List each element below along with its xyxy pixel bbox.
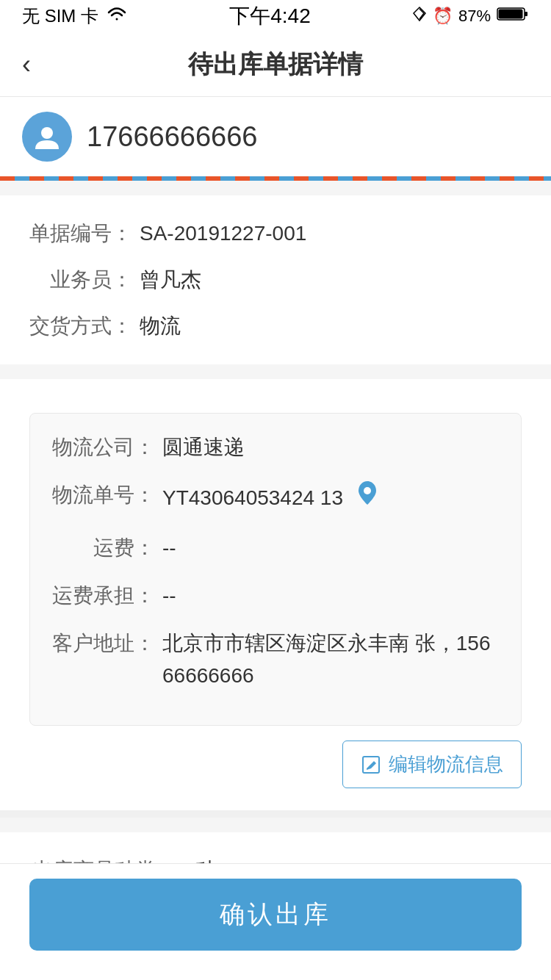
page-title: 待出库单据详情 [188, 48, 363, 82]
status-right: ⏰ 87% [412, 6, 529, 26]
address-label: 客户地址： [52, 627, 155, 660]
company-label: 物流公司： [52, 431, 155, 464]
dashed-divider [0, 176, 551, 181]
doc-number-label: 单据编号： [29, 217, 132, 251]
address-row: 客户地址： 北京市市辖区海淀区永丰南 张，156 66666666 [52, 627, 499, 693]
agent-value: 曾凡杰 [140, 264, 522, 297]
battery-text: 87% [458, 7, 491, 26]
back-button[interactable]: ‹ [22, 42, 46, 87]
phone-number: 17666666666 [87, 121, 257, 153]
tracking-value: YT43064053424 13 [162, 482, 343, 515]
avatar [22, 112, 72, 162]
edit-btn-label: 编辑物流信息 [389, 752, 503, 777]
section-separator [0, 810, 551, 818]
tracking-row: 物流单号： YT43064053424 13 [52, 479, 499, 517]
status-bar: 无 SIM 卡 下午4:42 ⏰ 87% [0, 0, 551, 32]
delivery-label: 交货方式： [29, 310, 132, 343]
svg-point-3 [41, 127, 53, 139]
delivery-value: 物流 [140, 310, 522, 343]
freight-bearer-value: -- [162, 580, 499, 613]
doc-number-value: SA-20191227-001 [140, 217, 522, 251]
address-value: 北京市市辖区海淀区永丰南 张，156 66666666 [162, 627, 499, 693]
logistics-section: 物流公司： 圆通速递 物流单号： YT43064053424 13 运费： --… [0, 379, 551, 810]
agent-row: 业务员： 曾凡杰 [29, 264, 522, 297]
freight-bearer-row: 运费承担： -- [52, 580, 499, 613]
freight-value: -- [162, 532, 499, 565]
time-display: 下午4:42 [229, 2, 311, 30]
nav-bar: ‹ 待出库单据详情 [0, 32, 551, 97]
edit-btn-row: 编辑物流信息 [29, 741, 522, 788]
location-map-icon[interactable] [353, 479, 381, 517]
svg-rect-2 [499, 10, 523, 19]
doc-info-section: 单据编号： SA-20191227-001 业务员： 曾凡杰 交货方式： 物流 [0, 195, 551, 364]
battery-icon [497, 6, 529, 26]
freight-row: 运费： -- [52, 532, 499, 565]
alarm-status-icon: ⏰ [433, 7, 453, 26]
company-row: 物流公司： 圆通速递 [52, 431, 499, 464]
freight-label: 运费： [52, 532, 155, 565]
carrier-text: 无 SIM 卡 [22, 4, 98, 28]
confirm-button[interactable]: 确认出库 [29, 879, 522, 951]
company-value: 圆通速递 [162, 431, 499, 464]
phone-header: 17666666666 [0, 97, 551, 176]
freight-bearer-label: 运费承担： [52, 580, 155, 613]
location-status-icon [412, 6, 427, 26]
doc-number-row: 单据编号： SA-20191227-001 [29, 217, 522, 251]
svg-rect-1 [525, 12, 527, 16]
tracking-label: 物流单号： [52, 479, 155, 512]
status-left: 无 SIM 卡 [22, 4, 128, 28]
agent-label: 业务员： [29, 264, 132, 297]
tracking-value-wrapper: YT43064053424 13 [162, 479, 499, 517]
wifi-icon [106, 6, 128, 26]
edit-logistics-button[interactable]: 编辑物流信息 [342, 741, 522, 788]
delivery-row: 交货方式： 物流 [29, 310, 522, 343]
svg-point-4 [364, 487, 371, 494]
logistics-card: 物流公司： 圆通速递 物流单号： YT43064053424 13 运费： --… [29, 413, 522, 726]
confirm-area: 确认出库 [0, 863, 551, 980]
edit-icon [361, 754, 381, 775]
